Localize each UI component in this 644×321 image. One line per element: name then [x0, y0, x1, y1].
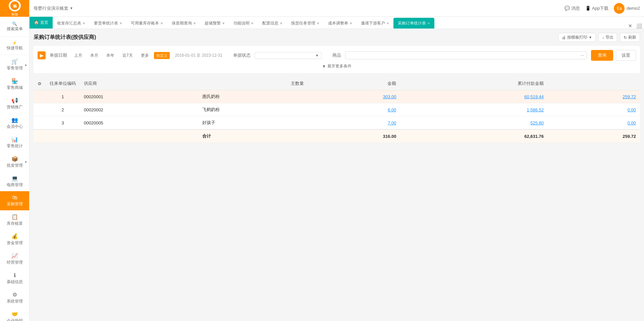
close-icon[interactable]: ✕: [317, 21, 319, 25]
sidebar-item-members[interactable]: 👥 会员中心: [0, 113, 29, 133]
row-amount[interactable]: 60,519.44: [400, 90, 548, 103]
system-icon: ⚙: [12, 291, 17, 298]
setting-button[interactable]: 设置: [616, 50, 636, 61]
sidebar-item-operations[interactable]: 📈 经营管理: [0, 249, 29, 269]
sidebar-item-basic-info[interactable]: ℹ 基础信息: [0, 269, 29, 288]
sidebar-item-system[interactable]: ⚙ 系统管理: [0, 288, 29, 308]
export-button[interactable]: ↓ 导出: [598, 33, 617, 42]
close-icon[interactable]: ✕: [251, 21, 254, 25]
goods-filter-label: 商品: [332, 52, 341, 58]
maximize-button[interactable]: ⬜: [634, 23, 644, 29]
row-check[interactable]: [34, 116, 46, 130]
status-select[interactable]: ▼: [255, 52, 322, 59]
close-icon[interactable]: ✕: [386, 21, 389, 25]
warehouse-selector[interactable]: 母婴行业演示账套 ▼: [34, 5, 73, 11]
sidebar-search-item[interactable]: 🔍 搜索菜单: [1, 19, 28, 34]
message-btn[interactable]: 💬 消息: [565, 5, 580, 11]
sidebar-item-retail-stats[interactable]: 📊 零售统计: [0, 133, 29, 152]
close-icon[interactable]: ✕: [280, 21, 282, 25]
sidebar-item-marketing[interactable]: 📢 营销推广: [0, 94, 29, 113]
close-icon[interactable]: ✕: [83, 21, 85, 25]
sidebar-item-label: 采购管理: [7, 201, 23, 207]
tab-available-inventory[interactable]: 可用量库存账本 ✕: [126, 18, 167, 29]
quick-nav-item[interactable]: ⚡ 快捷导航: [0, 38, 29, 53]
sidebar-item-ecommerce[interactable]: 💻 电商管理: [0, 172, 29, 191]
tab-label: 要货单统计表: [94, 20, 118, 26]
row-paid[interactable]: 0.00: [548, 103, 640, 116]
logo-text: 标版: [11, 12, 18, 17]
date-pill-last-month[interactable]: 上月: [71, 52, 85, 59]
tab-label: 功能说明: [233, 20, 250, 26]
close-icon[interactable]: ✕: [222, 21, 225, 25]
th-code: 往来单位编码: [46, 77, 80, 90]
date-pill-more[interactable]: 更多: [138, 52, 152, 59]
close-icon[interactable]: ✕: [193, 21, 196, 25]
row-check[interactable]: [34, 90, 46, 103]
tab-actions: ✕ ⬜: [626, 23, 644, 29]
expand-button[interactable]: ▼ 展开更多条件: [322, 63, 352, 69]
sidebar-item-finance[interactable]: 💰 资金管理: [0, 230, 29, 249]
tab-purchase-summary[interactable]: 采购订单统计表 ✕: [393, 18, 434, 29]
topbar-left: 母婴行业演示账套 ▼: [34, 5, 73, 11]
close-icon[interactable]: ✕: [160, 21, 163, 25]
sidebar-menu: 🛒 零售管理 ▲ 🏪 零售商城 📢 营销推广 👥 会员中心 📊 零售统计 📦 批…: [0, 55, 29, 321]
tab-task-mgmt[interactable]: 拣货任务管理 ✕: [287, 18, 324, 29]
date-pill-this-month[interactable]: 本月: [87, 52, 101, 59]
tab-expiry-query[interactable]: 保质期查询 ✕: [167, 18, 200, 29]
row-paid[interactable]: 0.00: [548, 116, 640, 130]
row-check[interactable]: [34, 103, 46, 116]
tab-receive-summary[interactable]: 收发存汇总表 ✕: [53, 18, 90, 29]
th-extra: [548, 77, 640, 90]
sidebar-item-inventory[interactable]: 📋 库存核算: [0, 210, 29, 230]
topbar: 母婴行业演示账套 ▼ 💬 消息 📱 App下载 Ea demo2: [30, 0, 644, 17]
tab-label: 可用量库存账本: [131, 20, 159, 26]
sidebar-item-wholesale[interactable]: 📦 批发管理 ▼: [0, 152, 29, 172]
main-area: 母婴行业演示账套 ▼ 💬 消息 📱 App下载 Ea demo2 🏠: [30, 0, 644, 321]
row-amount[interactable]: 525.80: [400, 116, 548, 130]
tab-function-desc[interactable]: 功能说明 ✕: [229, 18, 258, 29]
row-qty[interactable]: 6.00: [308, 103, 400, 116]
row-paid[interactable]: 259.72: [548, 90, 640, 103]
row-no: 2: [46, 103, 80, 116]
row-supplier: 好孩子: [198, 116, 308, 130]
query-button[interactable]: 查询: [591, 50, 613, 61]
th-supplier: 供应商: [80, 77, 198, 90]
date-pill-7days[interactable]: 近7天: [119, 52, 136, 59]
refresh-button[interactable]: ↻ 刷新: [620, 33, 640, 42]
tab-config-info[interactable]: 配置信息 ✕: [258, 18, 287, 29]
user-profile[interactable]: Ea demo2: [614, 3, 640, 14]
tab-order-summary[interactable]: 要货单统计表 ✕: [90, 18, 126, 29]
close-icon[interactable]: ✕: [119, 21, 122, 25]
tab-overstock-warning[interactable]: 超储预警 ✕: [200, 18, 229, 29]
sidebar-item-retail[interactable]: 🛒 零售管理 ▲: [0, 55, 29, 74]
th-settings[interactable]: ⚙: [34, 77, 46, 90]
tab-home[interactable]: 🏠 首页: [30, 17, 53, 29]
chevron-down-icon: ▼: [70, 6, 73, 10]
tab-cost-adjust[interactable]: 成本调整单 ✕: [324, 18, 357, 29]
table-header-row: ⚙ 往来单位编码 供应商 主数量 金额 累计付款金额: [34, 77, 640, 90]
close-icon[interactable]: ✕: [427, 21, 430, 25]
purchase-icon: 🛍: [12, 195, 17, 201]
quick-nav-label: 快捷导航: [7, 45, 23, 51]
sidebar-item-purchase[interactable]: 🛍 采购管理: [0, 191, 29, 210]
goods-select[interactable]: ···: [345, 51, 587, 59]
message-icon: 💬: [565, 6, 570, 11]
print-button[interactable]: 🖨 按模板打印 ▼: [558, 33, 596, 42]
close-icon[interactable]: ✕: [350, 21, 352, 25]
refresh-label: 刷新: [628, 35, 636, 40]
sidebar-item-retail-shop[interactable]: 🏪 零售商城: [0, 74, 29, 94]
sidebar-item-enterprise[interactable]: 🤝 企业协同: [0, 308, 29, 321]
tab-invite-downstream[interactable]: 邀请下游客户 ✕: [357, 18, 393, 29]
row-amount[interactable]: 1,586.52: [400, 103, 548, 116]
close-all-tabs-button[interactable]: ✕: [626, 23, 634, 29]
row-qty[interactable]: 7.00: [308, 116, 400, 130]
app-download-btn[interactable]: 📱 App下载: [585, 5, 608, 11]
sidebar-item-label: 会员中心: [7, 124, 23, 129]
th-qty: 主数量: [198, 77, 308, 90]
user-name: demo2: [627, 6, 640, 11]
filter-toggle-button[interactable]: ▶: [38, 51, 46, 59]
date-pill-custom[interactable]: 自定义: [154, 52, 170, 59]
date-pill-this-year[interactable]: 本年: [103, 52, 117, 59]
chevron-down-icon: ▼: [24, 161, 27, 164]
row-qty[interactable]: 303.00: [308, 90, 400, 103]
